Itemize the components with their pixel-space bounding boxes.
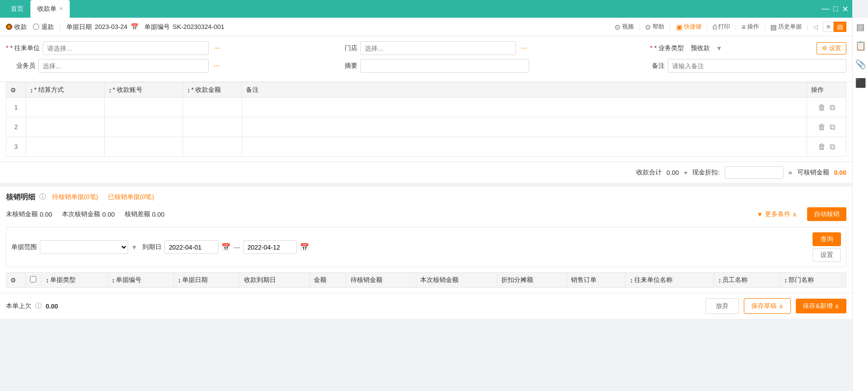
store-input[interactable] (360, 41, 516, 55)
tab-home[interactable]: 首页 (4, 0, 30, 18)
copy-row-2-icon[interactable]: ⧉ (830, 123, 835, 132)
business-type-dropdown-icon[interactable]: ▼ (716, 45, 722, 52)
close-icon[interactable]: ✕ (842, 4, 848, 14)
action-cell-3: 🗑 ⧉ (807, 137, 846, 157)
maximize-icon[interactable]: □ (833, 4, 838, 13)
bth-amount: 金额 (310, 273, 347, 288)
auto-reconcile-button[interactable]: 自动核销 (807, 207, 846, 221)
discard-button[interactable]: 放弃 (705, 298, 739, 314)
counterparty-input[interactable] (43, 41, 208, 55)
pending-tab[interactable]: 待核销单据(0笔) (50, 192, 100, 202)
sidebar-table-icon[interactable]: ▤ (856, 22, 865, 32)
sidebar-doc-icon[interactable]: 📋 (855, 40, 866, 51)
range-select[interactable] (40, 240, 128, 254)
sidebar-scan-icon[interactable]: ⬛ (855, 78, 866, 88)
bottom-settings-icon[interactable]: ⚙ (10, 277, 16, 284)
completed-tab[interactable]: 已核销单据(0笔) (106, 192, 156, 202)
settings-icon[interactable]: ⚙ (10, 86, 16, 94)
th-settings[interactable]: ⚙ (6, 83, 26, 98)
layout-list-btn[interactable]: ≡ (823, 22, 834, 32)
account-cell-1[interactable] (105, 98, 183, 117)
save-new-button[interactable]: 保存&新增 ∧ (796, 299, 846, 313)
to-date-input[interactable] (243, 240, 297, 254)
reconcile-tabs: 待核销单据(0笔) 已核销单据(0笔) (50, 192, 156, 202)
remark-field: 备注 (650, 59, 846, 73)
delete-row-1-icon[interactable]: 🗑 (818, 103, 826, 112)
shortcut-action[interactable]: ▣ 快捷键 (676, 23, 702, 31)
delete-row-2-icon[interactable]: 🗑 (818, 123, 826, 132)
from-date-input[interactable] (164, 240, 218, 254)
history-action[interactable]: ▤ 历史单据 (770, 23, 802, 31)
staff-field: 业务员 ··· (6, 59, 222, 73)
info-icon[interactable]: ⓘ (39, 193, 46, 201)
bottom-table-header: ⚙ ↕ 单据类型 ↕ (6, 273, 846, 288)
unreconciled-amount: 未核销金额 0.00 (6, 210, 52, 219)
delete-row-3-icon[interactable]: 🗑 (818, 142, 826, 151)
remark-cell-2[interactable] (242, 117, 807, 137)
video-action[interactable]: ⊙ 视频 (615, 23, 634, 31)
to-date-calendar-icon[interactable]: 📅 (300, 243, 309, 251)
store-more-btn[interactable]: ··· (519, 44, 529, 53)
remark-cell-1[interactable] (242, 98, 807, 117)
toolbar: 收款 退款 单据日期 2023-03-24 📅 单据编号 SK-20230324… (0, 18, 852, 36)
date-field: 单据日期 2023-03-24 📅 (66, 23, 138, 31)
remark-input[interactable] (668, 59, 846, 73)
summary-row: 收款合计 0.00 + 现金折扣: = 可核销金额 0.00 (0, 162, 852, 183)
row-num-3: 3 (6, 137, 26, 157)
store-field: 门店 ··· (343, 41, 529, 55)
bth-checkbox[interactable] (26, 273, 42, 288)
range-dropdown-arrow: ▼ (131, 244, 137, 251)
tab-close-icon[interactable]: × (59, 5, 63, 12)
layout-buttons: ≡ ▤ (823, 22, 846, 32)
operation-action[interactable]: ≡ 操作 (741, 23, 759, 31)
account-cell-3[interactable] (105, 137, 183, 157)
staff-more-btn[interactable]: ··· (212, 61, 222, 70)
table-row: 2 🗑 ⧉ (6, 117, 846, 137)
amount-cell-1[interactable] (183, 98, 242, 117)
cash-discount-input[interactable] (725, 166, 784, 179)
receipt-radio[interactable]: 收款 (6, 23, 27, 31)
bth-date: ↕ 单据日期 (174, 273, 240, 288)
bth-settings[interactable]: ⚙ (6, 273, 26, 288)
setting-button[interactable]: ⚙ 设置 (816, 42, 846, 55)
table-row: 1 🗑 ⧉ (6, 98, 846, 117)
amount-cell-3[interactable] (183, 137, 242, 157)
save-new-arrow-icon[interactable]: ∧ (835, 303, 840, 310)
save-draft-button[interactable]: 保存草稿 ∧ (744, 298, 791, 314)
account-cell-2[interactable] (105, 117, 183, 137)
settlement-cell-2[interactable] (26, 117, 105, 137)
calendar-icon[interactable]: 📅 (131, 23, 138, 30)
th-account: ↕ * 收款账号 (105, 83, 183, 98)
prev-layout-icon[interactable]: ◁ (813, 23, 818, 30)
form-row-1: * * 往来单位 ··· 门店 ··· * (6, 41, 846, 55)
counterparty-more-btn[interactable]: ··· (212, 44, 222, 53)
settlement-cell-3[interactable] (26, 137, 105, 157)
from-date-calendar-icon[interactable]: 📅 (221, 243, 231, 251)
bth-due-date: 收款到期日 (240, 273, 309, 288)
amount-cell-2[interactable] (183, 117, 242, 137)
layout-grid-btn[interactable]: ▤ (834, 22, 846, 32)
tab-bar: 首页 收款单 × — □ ✕ (0, 0, 852, 18)
tab-receipt[interactable]: 收款单 × (30, 0, 70, 18)
sidebar-clip-icon[interactable]: 📎 (855, 59, 866, 70)
reconcile-table: ⚙ ↕ 单据类型 ↕ (6, 272, 846, 288)
help-action[interactable]: ⊙ 帮助 (645, 23, 664, 31)
query-button[interactable]: 查询 (813, 232, 841, 246)
footer-right: 放弃 保存草稿 ∧ 保存&新增 ∧ (705, 298, 846, 314)
summary-input[interactable] (360, 59, 529, 73)
minimize-icon[interactable]: — (821, 4, 829, 13)
filter-settings-button[interactable]: 设置 (813, 248, 841, 262)
remark-cell-3[interactable] (242, 137, 807, 157)
bth-counterparty: ↕ 往来单位名称 (626, 273, 714, 288)
print-action[interactable]: ⎙ 打印 (713, 23, 730, 31)
save-draft-arrow-icon[interactable]: ∧ (779, 303, 784, 310)
bth-discount: 折扣分摊额 (497, 273, 567, 288)
copy-row-1-icon[interactable]: ⧉ (830, 103, 835, 112)
refund-radio[interactable]: 退款 (33, 23, 54, 31)
info-circle-icon[interactable]: ⓘ (35, 302, 42, 310)
receipt-table: ⚙ ↕ * 结算方式 ↕ * 收款账号 (6, 82, 846, 157)
copy-row-3-icon[interactable]: ⧉ (830, 142, 835, 151)
staff-input[interactable] (38, 59, 209, 73)
more-conditions-btn[interactable]: ▼ 更多条件 ∧ (757, 210, 797, 219)
settlement-cell-1[interactable] (26, 98, 105, 117)
